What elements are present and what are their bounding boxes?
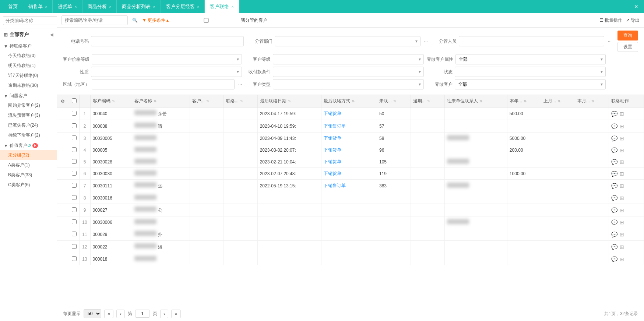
department-more-icon[interactable]: ··· xyxy=(424,39,428,44)
filter-search-icon[interactable]: 🔍 xyxy=(132,18,138,23)
cell-last-contact-method[interactable]: 下销售订单 xyxy=(321,180,377,192)
col-code[interactable]: 客户编码 ⇅ xyxy=(90,95,132,107)
sidebar-item-tomorrow-pending[interactable]: 明天待联络(1) xyxy=(0,61,57,71)
sidebar-item-churn-warning[interactable]: 流失预警客户(3) xyxy=(0,110,57,120)
tab-purchase[interactable]: 进货单 × xyxy=(53,0,82,13)
action-grid-icon[interactable]: ⊞ xyxy=(620,232,624,237)
row-checkbox[interactable] xyxy=(72,111,77,116)
action-comment-icon[interactable]: 💬 xyxy=(611,232,617,237)
batch-ops-button[interactable]: ☰ 批量操作 xyxy=(599,17,622,24)
row-checkbox[interactable] xyxy=(72,244,77,249)
action-comment-icon[interactable]: 💬 xyxy=(611,219,617,225)
page-size-select[interactable]: 50 xyxy=(84,309,101,318)
customer-level-select[interactable] xyxy=(273,54,424,64)
cell-checkbox[interactable] xyxy=(69,156,79,168)
tab-customer-contact-close[interactable]: × xyxy=(231,4,233,9)
row-checkbox[interactable] xyxy=(72,195,77,200)
row-checkbox[interactable] xyxy=(72,256,77,261)
action-grid-icon[interactable]: ⊞ xyxy=(620,123,624,129)
page-number-input[interactable] xyxy=(135,310,150,318)
action-comment-icon[interactable]: 💬 xyxy=(611,147,617,153)
region-input[interactable] xyxy=(92,79,235,89)
row-checkbox[interactable] xyxy=(72,183,77,188)
tab-product-analysis-list[interactable]: 商品分析列表 × xyxy=(117,0,161,13)
sidebar-item-class-c[interactable]: C类客户(6) xyxy=(0,180,57,190)
prev-page-button[interactable]: ‹ xyxy=(116,310,124,318)
nature-select[interactable] xyxy=(91,67,242,77)
payment-select[interactable] xyxy=(273,67,424,77)
action-grid-icon[interactable]: ⊞ xyxy=(620,159,624,165)
next-page-button[interactable]: › xyxy=(160,310,168,318)
col-not-contacted[interactable]: 未联... ⇅ xyxy=(377,95,411,107)
col-contact[interactable]: 联络... ⇅ xyxy=(224,95,257,107)
action-comment-icon[interactable]: 💬 xyxy=(611,159,617,165)
sidebar-item-overdue-pending[interactable]: 逾期未联络(30) xyxy=(0,81,57,91)
action-comment-icon[interactable]: 💬 xyxy=(611,256,617,262)
tab-product-analysis-list-close[interactable]: × xyxy=(153,4,155,9)
retail-attr-select[interactable]: 全部 xyxy=(455,54,606,64)
row-checkbox[interactable] xyxy=(72,123,77,128)
row-checkbox[interactable] xyxy=(72,147,77,152)
col-this-month[interactable]: 本月... ⇅ xyxy=(575,95,609,107)
cell-last-contact-method[interactable]: 下销货单 xyxy=(321,144,377,156)
manager-input[interactable] xyxy=(459,36,604,46)
col-last-contact-method[interactable]: 最后联络方式 ⇅ xyxy=(321,95,377,107)
action-comment-icon[interactable]: 💬 xyxy=(611,111,617,117)
sidebar-group-problem[interactable]: ▼ 问题客户 xyxy=(0,91,57,100)
action-comment-icon[interactable]: 💬 xyxy=(611,244,617,250)
select-all-checkbox[interactable] xyxy=(72,98,77,103)
cell-checkbox[interactable] xyxy=(69,107,79,120)
tab-purchase-close[interactable]: × xyxy=(74,4,77,9)
col-unit-contact[interactable]: 往来单位联系人 ⇅ xyxy=(444,95,507,107)
action-grid-icon[interactable]: ⊞ xyxy=(620,135,624,141)
all-customers-header[interactable]: ⊞ 全部客户 ◀ xyxy=(0,28,57,41)
action-grid-icon[interactable]: ⊞ xyxy=(620,183,624,189)
cell-checkbox[interactable] xyxy=(69,133,79,144)
settings-icon[interactable]: ⚙ xyxy=(61,99,65,104)
cell-last-contact-method[interactable]: 下销货单 xyxy=(321,107,377,120)
tab-product-analysis-close[interactable]: × xyxy=(109,4,111,9)
cell-checkbox[interactable] xyxy=(69,120,79,133)
col-name[interactable]: 客户名称 ⇅ xyxy=(132,95,190,107)
cell-checkbox[interactable] xyxy=(69,253,79,265)
sidebar-item-class-a[interactable]: A类客户(1) xyxy=(0,160,57,170)
action-grid-icon[interactable]: ⊞ xyxy=(620,207,624,213)
sidebar-item-ungroup[interactable]: 未分组(32) xyxy=(0,150,57,160)
row-checkbox[interactable] xyxy=(72,159,77,164)
action-comment-icon[interactable]: 💬 xyxy=(611,195,617,201)
region-more-icon[interactable]: ··· xyxy=(238,82,242,87)
action-grid-icon[interactable]: ⊞ xyxy=(620,111,624,117)
more-conditions-button[interactable]: ▼ 更多条件 ▴ xyxy=(142,17,169,24)
sidebar-item-abnormal[interactable]: 囤购异常客户(2) xyxy=(0,100,57,110)
sidebar-item-declining[interactable]: 持续下滑客户(2) xyxy=(0,130,57,140)
tab-home[interactable]: 首页 xyxy=(3,0,23,13)
phone-input[interactable] xyxy=(91,36,244,46)
retail-customer-select[interactable]: 全部 xyxy=(455,79,606,89)
first-page-button[interactable]: « xyxy=(104,310,113,318)
row-checkbox[interactable] xyxy=(72,207,77,212)
col-last-month[interactable]: 上月... ⇅ xyxy=(541,95,575,107)
action-grid-icon[interactable]: ⊞ xyxy=(620,171,624,177)
col-type[interactable]: 客户... ⇅ xyxy=(190,95,224,107)
action-grid-icon[interactable]: ⊞ xyxy=(620,195,624,201)
tab-sales[interactable]: 销售单 × xyxy=(23,0,53,13)
action-comment-icon[interactable]: 💬 xyxy=(611,171,617,177)
sidebar-item-today-pending[interactable]: 今天待联络(0) xyxy=(0,51,57,61)
tab-product-analysis[interactable]: 商品分析 × xyxy=(82,0,117,13)
action-comment-icon[interactable]: 💬 xyxy=(611,123,617,129)
manager-more-icon[interactable]: ··· xyxy=(608,39,612,44)
my-customers-check[interactable] xyxy=(173,18,239,23)
sidebar-item-churned[interactable]: 已流失客户(24) xyxy=(0,120,57,130)
status-select[interactable] xyxy=(455,67,606,77)
query-button[interactable]: 查询 xyxy=(617,31,638,40)
cell-checkbox[interactable] xyxy=(69,204,79,216)
value-refresh-icon[interactable]: ↺ xyxy=(27,143,31,148)
row-checkbox[interactable] xyxy=(72,219,77,224)
action-comment-icon[interactable]: 💬 xyxy=(611,135,617,141)
col-this-year[interactable]: 本年... ⇅ xyxy=(507,95,541,107)
cell-checkbox[interactable] xyxy=(69,168,79,180)
action-grid-icon[interactable]: ⊞ xyxy=(620,244,624,250)
my-customers-checkbox[interactable]: 我分管的客户 xyxy=(173,17,267,24)
sidebar-search-input[interactable] xyxy=(3,16,57,25)
action-grid-icon[interactable]: ⊞ xyxy=(620,256,624,262)
